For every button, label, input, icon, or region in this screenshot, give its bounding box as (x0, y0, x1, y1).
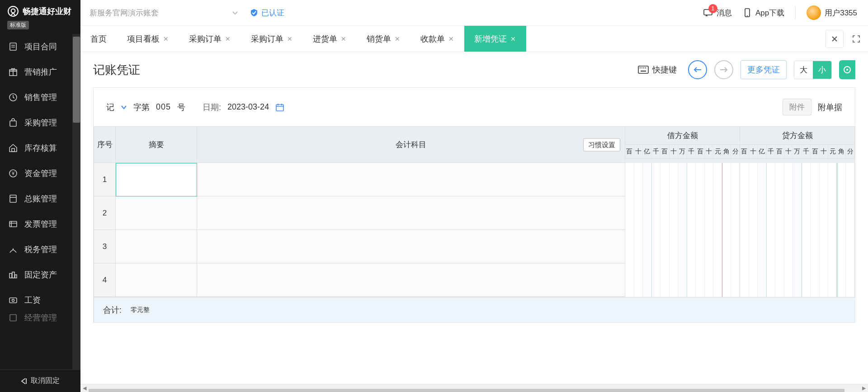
amount-digit-cell[interactable] (828, 163, 837, 196)
amount-digit-cell[interactable] (802, 230, 811, 263)
shortcut-button[interactable]: 快捷键 (634, 62, 681, 77)
amount-digit-cell[interactable] (687, 263, 696, 297)
amount-digit-cell[interactable] (802, 196, 811, 230)
amount-digit-cell[interactable] (775, 196, 784, 230)
prev-voucher-button[interactable] (688, 60, 707, 79)
amount-digit-cell[interactable] (705, 163, 714, 196)
date-value[interactable]: 2023-03-24 (227, 102, 269, 112)
amount-digit-cell[interactable] (731, 163, 740, 196)
amount-digit-cell[interactable] (687, 196, 696, 230)
sidebar-item-coin[interactable]: ¥资金管理 (0, 161, 72, 186)
amount-digit-cell[interactable] (625, 230, 634, 263)
amount-digit-cell[interactable] (696, 230, 705, 263)
horizontal-scrollbar[interactable]: ◀ ▶ (80, 384, 868, 392)
amount-digit-cell[interactable] (713, 163, 722, 196)
amount-digit-cell[interactable] (625, 263, 634, 297)
amount-digit-cell[interactable] (660, 263, 670, 297)
amount-digit-cell[interactable] (846, 263, 855, 297)
sidebar-item-more[interactable]: 经营管理 (0, 313, 72, 326)
sidebar-item-gift[interactable]: 营销推广 (0, 59, 72, 85)
sidebar-item-tax[interactable]: 税务管理 (0, 237, 72, 262)
amount-digit-cell[interactable] (820, 196, 829, 230)
amount-digit-cell[interactable] (643, 263, 652, 297)
amount-digit-cell[interactable] (820, 230, 829, 263)
sidebar-item-cart[interactable]: 销售管理 (0, 85, 72, 110)
amount-digit-cell[interactable] (802, 163, 811, 196)
amount-digit-cell[interactable] (705, 263, 714, 297)
amount-digit-cell[interactable] (660, 230, 670, 263)
sidebar-item-salary[interactable]: 工资 (0, 287, 72, 313)
tab-采购订单[interactable]: 采购订单✕ (241, 26, 303, 52)
amount-digit-cell[interactable] (828, 196, 837, 230)
tab-项目看板[interactable]: 项目看板✕ (117, 26, 179, 52)
amount-digit-cell[interactable] (678, 163, 687, 196)
tab-销货单[interactable]: 销货单✕ (357, 26, 410, 52)
tab-收款单[interactable]: 收款单✕ (410, 26, 464, 52)
tab-新增凭证[interactable]: 新增凭证✕ (464, 26, 526, 52)
amount-digit-cell[interactable] (713, 263, 722, 297)
app-download-button[interactable]: App下载 (743, 8, 784, 18)
amount-digit-cell[interactable] (802, 263, 811, 297)
amount-digit-cell[interactable] (837, 263, 846, 297)
close-icon[interactable]: ✕ (448, 35, 454, 43)
amount-digit-cell[interactable] (713, 196, 722, 230)
close-icon[interactable]: ✕ (341, 35, 346, 43)
subject-cell[interactable] (197, 163, 625, 196)
amount-digit-cell[interactable] (670, 230, 679, 263)
amount-digit-cell[interactable] (678, 196, 687, 230)
amount-digit-cell[interactable] (722, 230, 731, 263)
amount-digit-cell[interactable] (784, 163, 793, 196)
amount-digit-cell[interactable] (722, 196, 731, 230)
amount-digit-cell[interactable] (696, 196, 705, 230)
amount-digit-cell[interactable] (643, 196, 652, 230)
amount-digit-cell[interactable] (775, 163, 784, 196)
scroll-thumb[interactable] (89, 389, 844, 392)
amount-digit-cell[interactable] (740, 163, 749, 196)
amount-digit-cell[interactable] (696, 263, 705, 297)
amount-digit-cell[interactable] (643, 163, 652, 196)
amount-digit-cell[interactable] (828, 263, 837, 297)
amount-digit-cell[interactable] (713, 230, 722, 263)
amount-digit-cell[interactable] (837, 230, 846, 263)
summary-cell[interactable] (116, 163, 197, 196)
amount-digit-cell[interactable] (634, 263, 643, 297)
amount-digit-cell[interactable] (767, 196, 776, 230)
tab-首页[interactable]: 首页 (80, 26, 117, 52)
attachment-button[interactable]: 附件 (783, 99, 811, 115)
sidebar-item-invoice[interactable]: 发票管理 (0, 211, 72, 237)
amount-digit-cell[interactable] (767, 263, 776, 297)
amount-digit-cell[interactable] (740, 196, 749, 230)
subject-cell[interactable] (197, 196, 625, 230)
close-icon[interactable]: ✕ (395, 35, 400, 43)
amount-digit-cell[interactable] (625, 163, 634, 196)
amount-digit-cell[interactable] (634, 163, 643, 196)
amount-digit-cell[interactable] (811, 263, 820, 297)
close-icon[interactable]: ✕ (287, 35, 292, 43)
amount-digit-cell[interactable] (793, 230, 802, 263)
amount-digit-cell[interactable] (660, 163, 670, 196)
voucher-type[interactable]: 记 (106, 102, 114, 113)
amount-digit-cell[interactable] (775, 230, 784, 263)
amount-digit-cell[interactable] (846, 230, 855, 263)
amount-digit-cell[interactable] (740, 230, 749, 263)
side-panel-toggle[interactable] (839, 60, 855, 79)
amount-digit-cell[interactable] (837, 196, 846, 230)
subject-cell[interactable] (197, 230, 625, 263)
summary-cell[interactable] (116, 230, 197, 263)
close-icon[interactable]: ✕ (163, 35, 169, 43)
amount-digit-cell[interactable] (846, 163, 855, 196)
subject-cell[interactable] (197, 263, 625, 297)
sidebar-item-bag[interactable]: 采购管理 (0, 110, 72, 135)
amount-digit-cell[interactable] (687, 230, 696, 263)
amount-digit-cell[interactable] (731, 196, 740, 230)
amount-digit-cell[interactable] (758, 163, 767, 196)
amount-digit-cell[interactable] (793, 163, 802, 196)
amount-digit-cell[interactable] (731, 263, 740, 297)
amount-digit-cell[interactable] (687, 163, 696, 196)
amount-digit-cell[interactable] (705, 196, 714, 230)
amount-digit-cell[interactable] (837, 163, 846, 196)
summary-cell[interactable] (116, 196, 197, 230)
sidebar-item-warehouse[interactable]: 库存核算 (0, 135, 72, 161)
amount-digit-cell[interactable] (652, 163, 661, 196)
amount-digit-cell[interactable] (749, 230, 758, 263)
